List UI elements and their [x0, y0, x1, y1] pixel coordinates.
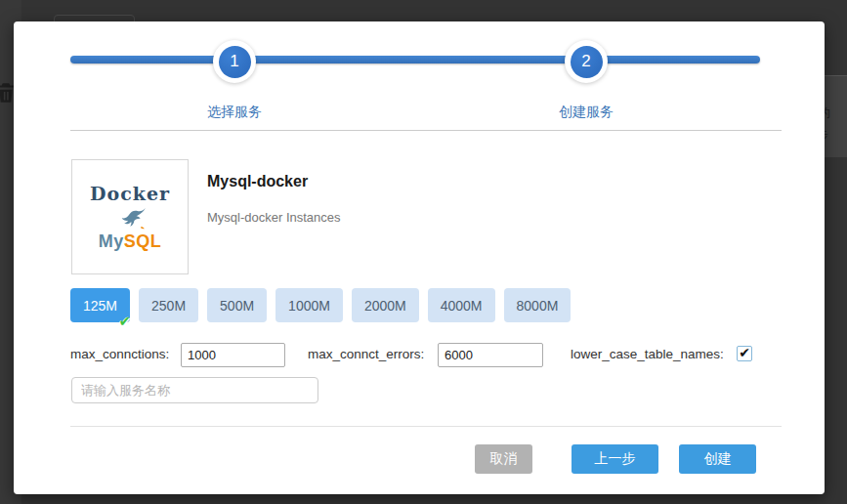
create-service-dialog: 1 2 选择服务 创建服务 Docker MySQL Mysql-docker … [14, 21, 825, 494]
max-connections-label: max_connctions: [70, 347, 169, 361]
memory-option-label: 125M [83, 298, 117, 314]
memory-option-2000m[interactable]: 2000M [352, 288, 419, 322]
memory-option-label: 2000M [364, 298, 406, 314]
lower-case-table-names-label: lower_case_table_names: [571, 347, 724, 361]
parameters-row: max_connctions: max_connct_errors: lower… [14, 343, 825, 368]
mysql-logo-sql: SQL [124, 231, 162, 251]
memory-option-4000m[interactable]: 4000M [428, 288, 495, 322]
memory-option-label: 250M [151, 298, 186, 314]
memory-option-label: 1000M [288, 298, 330, 314]
create-button[interactable]: 创建 [679, 444, 756, 474]
memory-option-label: 4000M [441, 298, 483, 314]
cancel-button[interactable]: 取消 [475, 444, 532, 474]
wizard-step-2-label: 创建服务 [537, 104, 635, 121]
service-subtitle: Mysql-docker Instances [207, 210, 341, 225]
mysql-logo-my: My [99, 231, 124, 251]
memory-options-row: 125M ✔ 250M 500M 1000M 2000M 4000M 8000M [70, 288, 571, 322]
max-connect-errors-input[interactable] [438, 343, 543, 367]
mysql-logo-text: MySQL [99, 231, 162, 252]
docker-logo-text: Docker [90, 183, 170, 204]
selected-check-icon: ✔ [118, 313, 131, 330]
wizard-progress-bar [70, 56, 760, 63]
memory-option-8000m[interactable]: 8000M [504, 288, 572, 322]
max-connect-errors-label: max_connct_errors: [308, 347, 424, 361]
max-connections-input[interactable] [181, 343, 285, 367]
service-name-input[interactable] [71, 377, 318, 403]
mysql-dolphin-icon [116, 206, 149, 231]
wizard-step-2-number: 2 [571, 46, 603, 78]
service-title: Mysql-docker [207, 173, 308, 190]
footer-divider [70, 426, 782, 427]
memory-option-label: 8000M [517, 298, 559, 314]
checkbox-check-icon: ✔ [739, 346, 750, 359]
wizard-step-1-number: 1 [219, 46, 251, 78]
header-divider [70, 130, 782, 131]
memory-option-250m[interactable]: 250M [139, 288, 198, 322]
service-logo: Docker MySQL [71, 159, 189, 274]
memory-option-label: 500M [220, 298, 254, 314]
wizard-step-1: 1 [213, 40, 256, 83]
lower-case-table-names-checkbox[interactable]: ✔ [737, 346, 752, 361]
memory-option-125m[interactable]: 125M ✔ [70, 288, 130, 322]
previous-step-button[interactable]: 上一步 [572, 444, 658, 474]
memory-option-500m[interactable]: 500M [207, 288, 267, 322]
memory-option-1000m[interactable]: 1000M [275, 288, 343, 322]
wizard-step-1-label: 选择服务 [186, 104, 283, 121]
wizard-step-2: 2 [565, 40, 608, 83]
